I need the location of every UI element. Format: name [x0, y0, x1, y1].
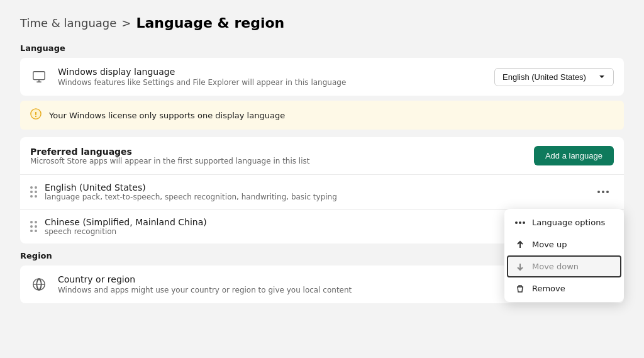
preferred-languages-subtitle: Microsoft Store apps will appear in the …	[30, 157, 310, 165]
svg-text:!: !	[35, 111, 38, 119]
svg-point-3	[597, 191, 600, 193]
windows-display-row: Windows display language Windows feature…	[20, 58, 624, 96]
windows-display-subtitle: Windows features like Settings and File …	[58, 78, 484, 87]
menu-item-language-options[interactable]: Language options	[504, 211, 624, 233]
add-language-button[interactable]: Add a language	[534, 146, 614, 165]
menu-item-move-up[interactable]: Move up	[504, 233, 624, 255]
english-lang-name: English (United States)	[45, 182, 585, 193]
context-menu: Language options Move up Move down	[504, 209, 624, 302]
drag-handle-chinese[interactable]	[30, 221, 37, 232]
warning-icon: !	[30, 108, 42, 122]
svg-point-11	[515, 221, 518, 224]
menu-item-move-down[interactable]: Move down	[507, 255, 621, 277]
breadcrumb-separator: >	[121, 16, 131, 30]
drag-handle-english[interactable]	[30, 186, 37, 198]
globe-icon	[30, 277, 48, 291]
preferred-languages-header: Preferred languages Microsoft Store apps…	[20, 137, 624, 174]
display-language-dropdown[interactable]: English (United States)	[494, 68, 614, 86]
settings-page: Time & language > Language & region Lang…	[0, 0, 644, 321]
menu-item-remove[interactable]: Remove	[504, 277, 624, 299]
move-up-label: Move up	[532, 240, 567, 249]
language-section-label: Language	[20, 43, 624, 53]
chevron-down-icon	[598, 73, 606, 81]
warning-banner: ! Your Windows license only supports one…	[20, 101, 624, 130]
breadcrumb: Time & language > Language & region	[20, 15, 624, 31]
svg-point-5	[606, 191, 609, 193]
chinese-lang-desc: speech recognition	[45, 227, 558, 236]
preferred-languages-title: Preferred languages	[30, 147, 310, 157]
move-down-label: Move down	[532, 262, 579, 271]
language-item-english: English (United States) language pack, t…	[20, 174, 624, 209]
english-more-button[interactable]	[592, 188, 614, 196]
chinese-lang-name: Chinese (Simplified, Mainland China)	[45, 217, 558, 227]
english-lang-desc: language pack, text-to-speech, speech re…	[45, 193, 585, 201]
svg-point-4	[602, 191, 604, 193]
arrow-down-icon	[514, 262, 526, 271]
breadcrumb-current: Language & region	[136, 15, 284, 31]
dots-three-icon	[514, 221, 526, 224]
windows-display-text: Windows display language Windows feature…	[58, 67, 484, 87]
breadcrumb-parent: Time & language	[20, 16, 116, 30]
svg-point-13	[523, 221, 525, 224]
windows-display-title: Windows display language	[58, 67, 484, 77]
language-options-label: Language options	[532, 218, 605, 227]
monitor-icon	[30, 70, 48, 84]
warning-text: Your Windows license only supports one d…	[49, 111, 285, 120]
trash-icon	[514, 284, 526, 293]
warning-circle-icon: !	[30, 108, 42, 120]
arrow-up-icon	[514, 240, 526, 249]
display-language-value: English (United States)	[502, 72, 586, 82]
windows-display-card: Windows display language Windows feature…	[20, 58, 624, 96]
remove-label: Remove	[532, 284, 565, 293]
more-dots-icon	[597, 191, 609, 193]
svg-point-12	[519, 221, 521, 224]
svg-rect-0	[33, 72, 45, 80]
